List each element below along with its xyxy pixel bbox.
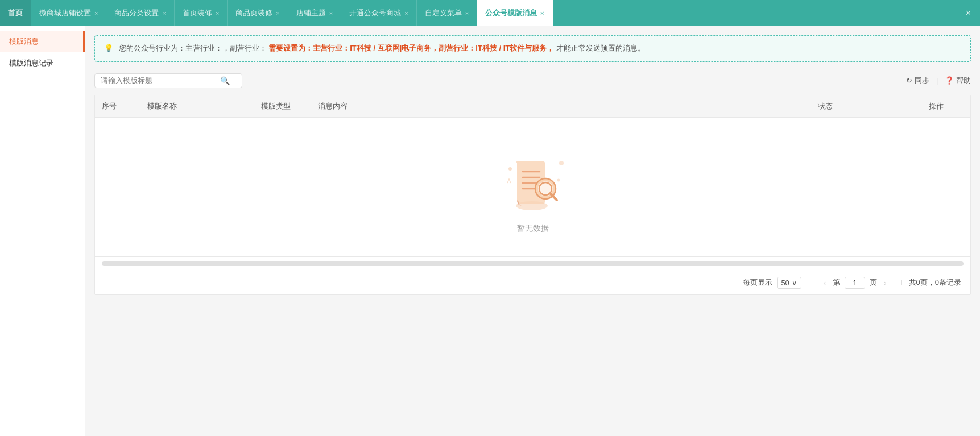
data-table: 序号 模版名称 模版类型 消息内容 状态 操作: [94, 95, 971, 295]
sidebar-item-template-record[interactable]: 模版消息记录: [0, 52, 85, 74]
sync-button[interactable]: ↻ 同步: [906, 76, 929, 86]
page-size-select[interactable]: 50 ∨: [777, 277, 801, 289]
nav-tab-label-open-store: 开通公众号商城: [349, 8, 401, 18]
chevron-down-icon: ∨: [792, 279, 797, 287]
search-icon[interactable]: 🔍: [220, 76, 230, 85]
scrollbar-track[interactable]: [102, 261, 964, 266]
table-header: 序号 模版名称 模版类型 消息内容 状态 操作: [95, 95, 970, 118]
nav-tab-home-decoration[interactable]: 首页装修×: [175, 0, 228, 26]
nav-tab-category-settings[interactable]: 商品分类设置×: [106, 0, 174, 26]
page-number-input[interactable]: [845, 277, 865, 289]
sidebar-item-template-msg[interactable]: 模版消息: [0, 31, 85, 52]
nav-tab-close-store-theme[interactable]: ×: [329, 10, 333, 16]
first-page-button[interactable]: ⊢: [806, 277, 817, 288]
nav-tab-label-home-decoration: 首页装修: [183, 8, 212, 18]
nav-tab-product-decoration[interactable]: 商品页装修×: [228, 0, 288, 26]
help-label: 帮助: [956, 76, 971, 85]
empty-illustration: [499, 152, 567, 214]
help-icon: ❓: [945, 76, 954, 85]
col-seq-header: 序号: [95, 95, 140, 117]
nav-tab-store-theme[interactable]: 店铺主题×: [288, 0, 341, 26]
nav-tab-close-custom-menu[interactable]: ×: [465, 10, 469, 16]
banner-highlight: 需要设置为：主营行业：IT科技 / 互联网|电子商务，副营行业：IT科技 / I…: [268, 44, 554, 52]
search-input[interactable]: [101, 76, 220, 85]
nav-tab-close-shop-settings[interactable]: ×: [94, 10, 98, 16]
horizontal-scrollbar[interactable]: [95, 256, 970, 271]
banner-prefix: 您的公众号行业为：主营行业：，副营行业：: [119, 44, 267, 52]
col-status-header: 状态: [811, 95, 902, 117]
nav-tab-template-msg[interactable]: 公众号模版消息×: [477, 0, 552, 26]
main-layout: 模版消息模版消息记录 💡 您的公众号行业为：主营行业：，副营行业： 需要设置为：…: [0, 26, 980, 436]
close-all-button[interactable]: ×: [957, 8, 980, 18]
col-name-header: 模版名称: [140, 95, 254, 117]
nav-tab-label-custom-menu: 自定义菜单: [425, 8, 462, 18]
nav-tab-close-home-decoration[interactable]: ×: [216, 10, 219, 16]
nav-tab-shop-settings[interactable]: 微商城店铺设置×: [31, 0, 106, 26]
top-navigation: 首页微商城店铺设置×商品分类设置×首页装修×商品页装修×店铺主题×开通公众号商城…: [0, 0, 980, 26]
search-actions: ↻ 同步 | ❓ 帮助: [906, 76, 971, 86]
nav-tab-label-home: 首页: [8, 8, 23, 18]
pagination: 每页显示 50 ∨ ⊢ ‹ 第 页 › ⊣ 共0页，0条记录: [95, 271, 970, 294]
nav-tab-label-category-settings: 商品分类设置: [114, 8, 159, 18]
svg-point-9: [508, 167, 512, 171]
nav-tab-label-product-decoration: 商品页装修: [235, 8, 272, 18]
empty-text: 暂无数据: [517, 223, 549, 234]
last-page-button[interactable]: ⊣: [894, 277, 904, 288]
svg-point-10: [559, 161, 564, 165]
page-size-value: 50: [781, 279, 789, 287]
page-prefix: 第: [833, 277, 840, 288]
lightbulb-icon: 💡: [104, 44, 113, 52]
content-area: 💡 您的公众号行业为：主营行业：，副营行业： 需要设置为：主营行业：IT科技 /…: [85, 26, 980, 436]
search-input-wrap: 🔍: [94, 73, 242, 88]
prev-page-button[interactable]: ‹: [821, 277, 828, 288]
nav-tab-custom-menu[interactable]: 自定义菜单×: [417, 0, 477, 26]
page-suffix: 页: [870, 277, 877, 288]
nav-tab-close-open-store[interactable]: ×: [404, 10, 408, 16]
nav-tab-close-category-settings[interactable]: ×: [162, 10, 166, 16]
info-banner: 💡 您的公众号行业为：主营行业：，副营行业： 需要设置为：主营行业：IT科技 /…: [94, 35, 971, 62]
nav-tab-label-store-theme: 店铺主题: [296, 8, 326, 18]
banner-suffix: 才能正常发送预置的消息。: [556, 44, 645, 52]
nav-tab-close-template-msg[interactable]: ×: [540, 10, 544, 16]
page-size-label: 每页显示: [743, 277, 772, 288]
sync-icon: ↻: [906, 76, 912, 85]
nav-tab-label-shop-settings: 微商城店铺设置: [39, 8, 91, 18]
nav-tab-open-store[interactable]: 开通公众号商城×: [341, 0, 416, 26]
action-divider: |: [936, 76, 938, 85]
svg-point-11: [557, 178, 560, 181]
col-content-header: 消息内容: [311, 95, 811, 117]
sync-label: 同步: [915, 76, 929, 85]
pagination-summary: 共0页，0条记录: [909, 277, 961, 288]
nav-tab-label-template-msg: 公众号模版消息: [485, 8, 537, 18]
empty-state: 暂无数据: [95, 118, 970, 256]
help-button[interactable]: ❓ 帮助: [945, 76, 971, 86]
nav-tab-close-product-decoration[interactable]: ×: [276, 10, 279, 16]
next-page-button[interactable]: ›: [882, 277, 888, 288]
nav-tab-home[interactable]: 首页: [0, 0, 31, 26]
col-type-header: 模版类型: [254, 95, 311, 117]
sidebar: 模版消息模版消息记录: [0, 26, 85, 436]
search-bar: 🔍 ↻ 同步 | ❓ 帮助: [94, 73, 971, 88]
col-action-header: 操作: [902, 95, 970, 117]
